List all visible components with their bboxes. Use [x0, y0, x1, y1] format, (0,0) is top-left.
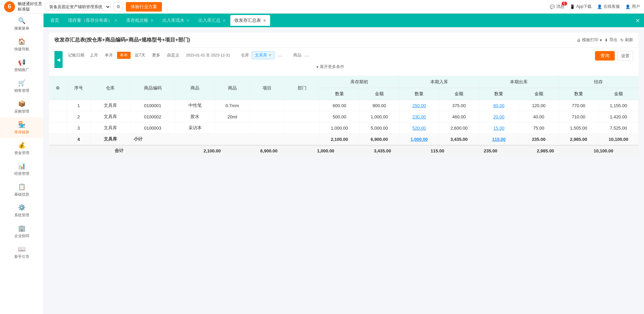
- subtotal-out-qty[interactable]: 115.00: [479, 134, 519, 145]
- app-name: 畅捷通好生意 标准版: [18, 1, 42, 12]
- refresh-button[interactable]: ↻ 刷新: [620, 37, 633, 43]
- tab-5[interactable]: 收发存汇总表✕: [230, 15, 270, 26]
- row-2-in-amt: 2,600.00: [439, 122, 479, 134]
- tab-2[interactable]: 库存批次账✕: [122, 15, 158, 26]
- total-out-amt: 235.00: [484, 148, 497, 153]
- row-2-num: 3: [67, 122, 90, 134]
- warehouse-tag-close[interactable]: ✕: [268, 53, 271, 57]
- total-in-amt: 3,435.00: [374, 148, 391, 153]
- row-1-settings: [49, 111, 67, 122]
- export-icon: ⬇: [605, 38, 608, 43]
- total-bal-amt: 10,100.00: [594, 148, 613, 153]
- tab-bar-close-button[interactable]: ✕: [634, 16, 641, 25]
- row-0-code: 0100001: [130, 100, 175, 111]
- tab-close-5[interactable]: ✕: [263, 18, 266, 23]
- tab-close-1[interactable]: ✕: [114, 18, 117, 23]
- row-0-in-qty[interactable]: 250.00: [399, 100, 439, 111]
- tab-close-3[interactable]: ✕: [186, 18, 189, 23]
- tab-label-2: 库存批次账: [126, 17, 148, 23]
- goods-filter-label: 商品: [293, 52, 301, 58]
- row-2-warehouse: 文具库: [90, 122, 130, 134]
- warehouse-tag[interactable]: 文具库 ✕: [252, 51, 275, 59]
- subtotal-label: 小计: [130, 134, 319, 145]
- filter-settings-button[interactable]: 设置: [617, 51, 633, 61]
- subtotal-in-qty[interactable]: 1,000.00: [399, 134, 439, 145]
- tab-label-1: 现存量（库存分布表）: [68, 17, 112, 23]
- sidebar-item-search[interactable]: 🔍搜索菜单: [0, 14, 43, 34]
- sidebar-item-enterprise[interactable]: 🏢企业协同: [0, 221, 43, 242]
- row-2-open-amt: 5,000.00: [359, 122, 399, 134]
- message-button[interactable]: 💬 消息 6: [550, 4, 564, 10]
- date-btn-7days[interactable]: 近7天: [132, 52, 148, 59]
- message-badge: 6: [562, 2, 567, 5]
- sidebar-item-inventory[interactable]: 🏪库存核算: [0, 117, 43, 138]
- online-service-button[interactable]: 👤 在线客服: [597, 4, 620, 10]
- filter-collapse-button[interactable]: ◀: [54, 51, 63, 68]
- row-2-settings: [49, 122, 67, 134]
- row-0-in-amt: 375.00: [439, 100, 479, 111]
- tab-3[interactable]: 出入库流水✕: [158, 15, 194, 26]
- system-select[interactable]: 装备及固定资产辅助管理系统: [45, 3, 111, 11]
- print-button[interactable]: 🖨 模板打印 ▾: [577, 37, 602, 43]
- row-0-project: [250, 100, 285, 111]
- row-2-out-qty[interactable]: 15.00: [479, 122, 519, 134]
- date-buttons: 上月 本月 本年 近7天 更多 自定义: [87, 52, 182, 59]
- table-settings-header[interactable]: ⚙: [49, 76, 67, 100]
- date-btn-custom[interactable]: 自定义: [164, 52, 182, 59]
- row-0-out-qty[interactable]: 80.00: [479, 100, 519, 111]
- print-icon: 🖨: [577, 38, 581, 43]
- row-0-spec: 0.7mm: [215, 100, 250, 111]
- sidebar-item-guide[interactable]: 📖新手引导: [0, 242, 43, 263]
- subtotal-num: 4: [67, 134, 90, 145]
- tab-4[interactable]: 出入库汇总✕: [194, 15, 230, 26]
- sidebar-item-system[interactable]: ⚙️系统管理: [0, 200, 43, 221]
- sidebar-item-quick-nav[interactable]: 🏠快捷导航: [0, 34, 43, 55]
- col-open-amt-header: 金额: [359, 88, 399, 100]
- date-range-display: 2023-01-01 至 2023-12-31: [186, 53, 230, 58]
- tab-close-2[interactable]: ✕: [150, 18, 153, 23]
- row-1-out-qty[interactable]: 20.00: [479, 111, 519, 122]
- tab-1[interactable]: 现存量（库存分布表）✕: [64, 15, 121, 26]
- topbar-settings-button[interactable]: ⚙: [114, 2, 123, 12]
- date-btn-more[interactable]: 更多: [149, 52, 163, 59]
- trial-button[interactable]: 体验行业方案: [126, 2, 162, 12]
- filter-area: ◀ 记账日期 上月 本月 本年 近7天 更多 自定义: [49, 48, 639, 76]
- col-num-header: 序号: [67, 76, 90, 100]
- row-1-in-amt: 460.00: [439, 111, 479, 122]
- sidebar-item-finance[interactable]: 💰资金管理: [0, 138, 43, 159]
- app-download-button[interactable]: 📱 App下载: [570, 4, 592, 10]
- app-logo: 6: [4, 1, 15, 12]
- sidebar-item-sales[interactable]: 🛒销售管理: [0, 76, 43, 97]
- expand-filter-button[interactable]: ▾ 展开更多条件: [316, 64, 344, 70]
- warehouse-more-button[interactable]: ...: [277, 51, 282, 58]
- total-bal-qty: 2,985.00: [537, 148, 554, 153]
- user-button[interactable]: 👤 用户: [625, 4, 640, 10]
- enterprise-icon: 🏢: [18, 225, 26, 232]
- total-bar: 合计 2,100.00 6,900.00 1,000.00 3,435.00 1…: [49, 145, 639, 156]
- date-btn-this-month[interactable]: 本月: [102, 52, 116, 59]
- row-0-open-amt: 900.00: [359, 100, 399, 111]
- system-icon: ⚙️: [18, 204, 26, 211]
- tab-0[interactable]: 首页: [46, 15, 63, 26]
- row-1-bal-amt: 1,420.00: [598, 111, 638, 122]
- row-2-open-qty: 1,000.00: [319, 122, 359, 134]
- subtotal-warehouse: 文具库: [90, 134, 130, 145]
- sidebar-item-operations[interactable]: 📊经营管理: [0, 159, 43, 180]
- col-goods1-header: 商品: [175, 76, 215, 100]
- refresh-icon: ↻: [620, 38, 624, 43]
- goods-more-button[interactable]: ...: [304, 51, 309, 58]
- date-btn-last-month[interactable]: 上月: [87, 52, 101, 59]
- sidebar-item-basic[interactable]: 📋基础信息: [0, 180, 43, 200]
- date-btn-this-year[interactable]: 本年: [117, 52, 131, 59]
- query-button[interactable]: 查询: [595, 51, 615, 61]
- sidebar-item-marketing[interactable]: 📢营销推广: [0, 55, 43, 76]
- subtotal-in-amt: 3,435.00: [439, 134, 479, 145]
- warehouse-tag-text: 文具库: [255, 52, 267, 58]
- col-in-header: 本期入库: [399, 76, 479, 88]
- row-2-in-qty[interactable]: 520.00: [399, 122, 439, 134]
- export-button[interactable]: ⬇ 导出: [605, 37, 617, 43]
- sidebar-item-purchase[interactable]: 📦采购管理: [0, 97, 43, 117]
- row-1-in-qty[interactable]: 230.00: [399, 111, 439, 122]
- tab-close-4[interactable]: ✕: [222, 18, 226, 23]
- subtotal-bal-amt: 10,100.00: [598, 134, 638, 145]
